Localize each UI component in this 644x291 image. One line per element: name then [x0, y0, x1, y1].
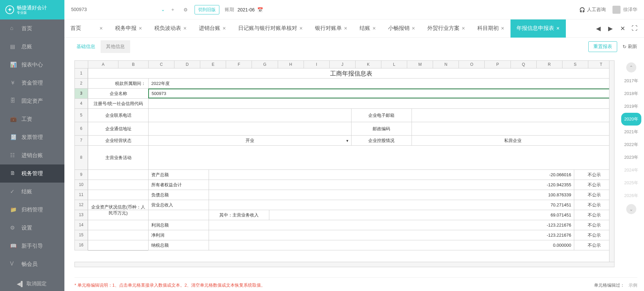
holding-select[interactable]: 私营企业▼ [412, 136, 614, 145]
row-header-16[interactable]: 16 [74, 240, 88, 250]
reg-code-input[interactable] [148, 99, 614, 108]
nav-settings[interactable]: ⚙设置 [0, 219, 64, 237]
col-header-Q[interactable]: Q [511, 61, 537, 68]
add-icon[interactable]: ＋ [168, 5, 178, 15]
select-all-corner[interactable] [75, 61, 88, 68]
col-header-D[interactable]: D [174, 61, 200, 68]
asset-value[interactable]: -123.221676 [209, 230, 574, 240]
nav-tax[interactable]: 🗎税务管理 [0, 164, 64, 183]
publish-select[interactable]: 不公示▼ [574, 200, 614, 210]
col-header-F[interactable]: F [226, 61, 252, 68]
asset-value[interactable]: -120.942355 [209, 180, 574, 190]
nav-assets[interactable]: 🗄固定资产 [0, 92, 64, 110]
row-header-8[interactable]: 8 [74, 146, 88, 170]
nav-reports[interactable]: 📊报表中心 [0, 56, 64, 74]
col-header-R[interactable]: R [537, 61, 562, 68]
col-header-E[interactable]: E [200, 61, 226, 68]
col-header-O[interactable]: O [459, 61, 485, 68]
publish-select[interactable]: 不公示▼ [574, 240, 614, 250]
tab-10[interactable]: 科目期初✕ [471, 19, 511, 38]
year-down[interactable]: ⌄ [626, 204, 636, 214]
row-header-15[interactable]: 15 [74, 230, 88, 240]
company-name-input[interactable]: 500973 [148, 89, 614, 98]
col-header-N[interactable]: N [433, 61, 459, 68]
row-header-2[interactable]: 2 [74, 79, 88, 89]
tab-close-icon[interactable]: ✕ [99, 26, 103, 31]
tab-close-icon[interactable]: ✕ [139, 26, 142, 31]
subtab-other[interactable]: 其他信息 [101, 40, 130, 53]
asset-value[interactable]: -20.066016 [209, 170, 574, 180]
year-2017年[interactable]: 2017年 [621, 75, 641, 87]
tab-0[interactable]: 首页 [64, 19, 91, 38]
tab-close-icon[interactable]: ✕ [412, 26, 415, 31]
tab-6[interactable]: 银行对账单✕ [309, 19, 354, 38]
tab-close-icon[interactable]: ✕ [222, 26, 226, 31]
col-header-B[interactable]: B [118, 61, 149, 68]
tab-9[interactable]: 外贸行业方案✕ [421, 19, 471, 38]
nav-invoice[interactable]: 🧾发票管理 [0, 128, 64, 146]
horizontal-scrollbar[interactable] [74, 262, 614, 269]
tab-close-icon[interactable]: ✕ [183, 26, 187, 31]
phone-input[interactable] [148, 109, 351, 122]
tab-close-icon[interactable]: ✕ [372, 26, 376, 31]
col-header-G[interactable]: G [252, 61, 278, 68]
row-header-13[interactable]: 13 [74, 210, 88, 220]
col-header-K[interactable]: K [356, 61, 381, 68]
tab-7[interactable]: 结账✕ [354, 19, 382, 38]
asset-value[interactable]: -123.221676 [209, 220, 574, 230]
unpin-button[interactable]: ◀▌ 取消固定 [17, 281, 47, 287]
asset-value[interactable]: 100.876339 [209, 190, 574, 200]
row-header-4[interactable]: 4 [74, 99, 88, 109]
tab-3[interactable]: 税负波动表✕ [148, 19, 193, 38]
postcode-input[interactable] [412, 122, 614, 135]
publish-select[interactable]: 不公示▼ [574, 230, 614, 240]
tab-4[interactable]: 进销台账✕ [193, 19, 232, 38]
status-select[interactable]: 开业▼ [148, 136, 351, 145]
row-header-10[interactable]: 10 [74, 180, 88, 190]
nav-archive[interactable]: 📁归档管理 [0, 201, 64, 219]
row-header-14[interactable]: 14 [74, 220, 88, 230]
tab-close-all[interactable]: ✕ [616, 22, 629, 35]
user-menu[interactable]: 徐泽华 [612, 6, 637, 14]
main-biz-input[interactable] [148, 146, 614, 169]
nav-ledger[interactable]: ▤总账 [0, 38, 64, 56]
asset-value[interactable]: 70.271451 [209, 200, 574, 210]
tab-close-icon[interactable]: ✕ [462, 26, 465, 31]
asset-value[interactable]: 69.071451 [269, 210, 574, 220]
tab-close-icon[interactable]: ✕ [501, 26, 504, 31]
refresh-button[interactable]: ↻ 刷新 [623, 44, 637, 50]
nav-psi[interactable]: ☷进销台账 [0, 146, 64, 164]
address-input[interactable] [148, 122, 351, 135]
regenerate-button[interactable]: 重置报表 [588, 41, 617, 52]
tab-close-icon[interactable]: ✕ [344, 26, 347, 31]
row-header-3[interactable]: 3 [74, 89, 88, 99]
col-header-L[interactable]: L [381, 61, 407, 68]
email-input[interactable] [412, 109, 614, 122]
row-header-6[interactable]: 6 [74, 122, 88, 136]
gear-icon[interactable]: ⚙ [180, 5, 191, 15]
consult-button[interactable]: 🎧 人工咨询 [579, 7, 606, 13]
tab-next[interactable]: ▶ [604, 22, 616, 35]
col-header-A[interactable]: A [88, 61, 118, 68]
col-header-J[interactable]: J [330, 61, 356, 68]
tab-11[interactable]: 年报信息申报表✕ [511, 19, 566, 38]
publish-select[interactable]: 不公示▼ [574, 210, 614, 220]
col-header-M[interactable]: M [407, 61, 433, 68]
publish-select[interactable]: 不公示▼ [574, 190, 614, 200]
vertical-scrollbar[interactable] [609, 60, 614, 265]
old-version-button[interactable]: 切到旧版 [195, 5, 219, 14]
publish-select[interactable]: 不公示▼ [574, 180, 614, 190]
year-2020年[interactable]: 2020年 [621, 113, 641, 126]
row-header-12[interactable]: 12 [74, 200, 88, 210]
nav-funds[interactable]: ￥资金管理 [0, 74, 64, 92]
asset-value[interactable]: 0.000000 [209, 240, 574, 250]
year-2019年[interactable]: 2019年 [621, 100, 641, 113]
year-2021年[interactable]: 2021年 [621, 126, 641, 138]
row-header-1[interactable]: 1 [74, 68, 88, 79]
company-selector[interactable]: 500973 ⌄ [71, 5, 165, 14]
nav-closing[interactable]: ✓结账 [0, 183, 64, 201]
tab-1[interactable]: ✕ [91, 19, 109, 38]
tab-prev[interactable]: ◀ [592, 22, 604, 35]
tab-8[interactable]: 小畅报销✕ [382, 19, 421, 38]
row-header-9[interactable]: 9 [74, 170, 88, 180]
